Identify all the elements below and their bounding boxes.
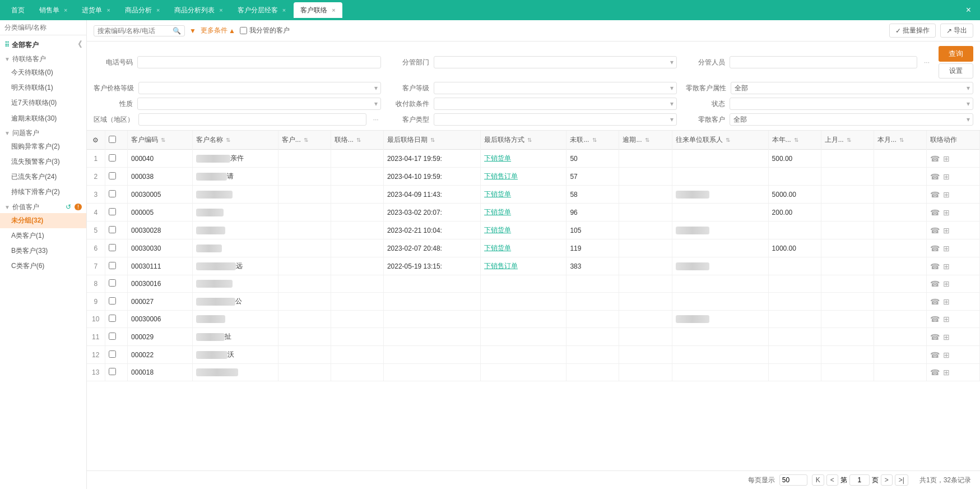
th-this-month[interactable]: 本月... ⇅ <box>874 131 926 150</box>
contact-method-link[interactable]: 下销售订单 <box>484 262 518 270</box>
sidebar-item-abnormal[interactable]: 囤购异常客户(2) <box>0 139 86 154</box>
more-conditions-button[interactable]: 更多条件 ▲ <box>201 26 235 35</box>
dept-select[interactable] <box>434 56 677 68</box>
th-this-year[interactable]: 本年... ⇅ <box>768 131 821 150</box>
more-action-icon[interactable]: ⊞ <box>943 315 950 324</box>
last-page-button[interactable]: >| <box>895 474 908 486</box>
sidebar-item-c-class[interactable]: C类客户(6) <box>0 259 86 274</box>
payment-select[interactable] <box>434 98 677 110</box>
sidebar-item-warning[interactable]: 流失预警客户(3) <box>0 154 86 169</box>
first-page-button[interactable]: K <box>812 474 824 486</box>
customer-type-select[interactable] <box>434 113 677 126</box>
more-action-icon[interactable]: ⊞ <box>943 262 950 271</box>
tab-goods-list[interactable]: 商品分析列表 × <box>168 2 229 18</box>
phone-action-icon[interactable]: ☎ <box>930 208 940 217</box>
th-last-contact-method[interactable]: 最后联络方式 ⇅ <box>481 131 566 150</box>
phone-action-icon[interactable]: ☎ <box>930 226 940 235</box>
nav-close-all[interactable]: × <box>962 5 976 15</box>
export-button[interactable]: ↗ 导出 <box>940 24 973 38</box>
phone-action-icon[interactable]: ☎ <box>930 190 940 199</box>
cell-last-contact-method[interactable] <box>481 364 566 381</box>
person-input[interactable] <box>730 56 917 68</box>
sidebar-item-lost[interactable]: 已流失客户(24) <box>0 169 86 184</box>
tab-purchase[interactable]: 进货单 × <box>75 2 117 18</box>
cell-check[interactable] <box>105 328 128 346</box>
th-settings[interactable]: ⚙ <box>87 131 105 150</box>
cell-last-contact-method[interactable]: 下销货单 <box>481 222 566 239</box>
phone-action-icon[interactable]: ☎ <box>930 172 940 181</box>
cell-check[interactable] <box>105 186 128 204</box>
cell-last-contact-method[interactable] <box>481 346 566 364</box>
cell-check[interactable] <box>105 364 128 381</box>
cell-last-contact-method[interactable]: 下销货单 <box>481 204 566 222</box>
contact-method-link[interactable]: 下销货单 <box>484 208 511 216</box>
more-action-icon[interactable]: ⊞ <box>943 190 950 199</box>
sidebar-item-b-class[interactable]: B类客户(33) <box>0 243 86 259</box>
sidebar-item-a-class[interactable]: A类客户(1) <box>0 228 86 243</box>
retail-attr-select[interactable]: 全部 <box>731 82 973 94</box>
row-checkbox[interactable] <box>109 350 116 358</box>
select-all-checkbox[interactable] <box>109 136 116 143</box>
phone-action-icon[interactable]: ☎ <box>930 350 940 359</box>
nature-select[interactable] <box>137 98 381 110</box>
cell-check[interactable] <box>105 293 128 311</box>
customer-level-select[interactable] <box>434 82 677 94</box>
close-sales-tab[interactable]: × <box>64 7 67 13</box>
phone-action-icon[interactable]: ☎ <box>930 262 940 271</box>
cell-check[interactable] <box>105 168 128 186</box>
th-check[interactable] <box>105 131 128 150</box>
th-overdue[interactable]: 逾期... ⇅ <box>619 131 672 150</box>
cell-check[interactable] <box>105 275 128 293</box>
group-problem-customers[interactable]: ▼ 问题客户 <box>0 126 86 139</box>
close-customer-layer-tab[interactable]: × <box>282 7 286 13</box>
phone-action-icon[interactable]: ☎ <box>930 333 940 342</box>
row-checkbox[interactable] <box>109 226 116 233</box>
cell-last-contact-method[interactable] <box>481 311 566 328</box>
close-purchase-tab[interactable]: × <box>106 7 110 13</box>
contact-method-link[interactable]: 下销售订单 <box>484 172 518 180</box>
sidebar-item-7days[interactable]: 近7天待联络(0) <box>0 95 86 110</box>
th-contact[interactable]: 联络... ⇅ <box>331 131 383 150</box>
sidebar-item-today[interactable]: 今天待联络(0) <box>0 65 86 80</box>
sidebar-search-input[interactable] <box>4 24 87 31</box>
row-checkbox[interactable] <box>109 333 116 340</box>
row-checkbox[interactable] <box>109 262 116 269</box>
cell-last-contact-method[interactable]: 下销货单 <box>481 186 566 204</box>
more-action-icon[interactable]: ⊞ <box>943 368 950 377</box>
collapse-icon[interactable]: 《 <box>74 40 82 50</box>
cell-last-contact-method[interactable]: 下销售订单 <box>481 257 566 275</box>
next-page-button[interactable]: > <box>881 474 893 486</box>
group-pending-contact[interactable]: ▼ 待联络客户 <box>0 52 86 65</box>
phone-action-icon[interactable]: ☎ <box>930 154 940 163</box>
tab-sales[interactable]: 销售单 × <box>32 2 74 18</box>
sidebar-item-tomorrow[interactable]: 明天待联络(1) <box>0 80 86 95</box>
row-checkbox[interactable] <box>109 279 116 287</box>
cell-check[interactable] <box>105 311 128 328</box>
tab-customer-contact[interactable]: 客户联络 × <box>294 2 342 18</box>
cell-last-contact-method[interactable]: 下销售订单 <box>481 168 566 186</box>
more-action-icon[interactable]: ⊞ <box>943 226 950 235</box>
close-goods-list-tab[interactable]: × <box>219 7 222 13</box>
cell-last-contact-method[interactable] <box>481 293 566 311</box>
more-action-icon[interactable]: ⊞ <box>943 350 950 359</box>
th-name[interactable]: 客户名称 ⇅ <box>192 131 278 150</box>
phone-action-icon[interactable]: ☎ <box>930 315 940 324</box>
reset-button[interactable]: 设置 <box>939 63 973 79</box>
phone-action-icon[interactable]: ☎ <box>930 368 940 377</box>
th-last-month[interactable]: 上月... ⇅ <box>821 131 874 150</box>
row-checkbox[interactable] <box>109 368 116 375</box>
cell-last-contact-method[interactable] <box>481 328 566 346</box>
close-goods-analysis-tab[interactable]: × <box>156 7 160 13</box>
tab-goods-analysis[interactable]: 商品分析 × <box>118 2 166 18</box>
th-last-contact-date[interactable]: 最后联络日期 ⇅ <box>383 131 480 150</box>
retail-customer-select[interactable]: 全部 <box>730 113 973 126</box>
phone-action-icon[interactable]: ☎ <box>930 279 940 288</box>
row-checkbox[interactable] <box>109 315 116 322</box>
region-input[interactable] <box>138 113 366 126</box>
page-size-input[interactable] <box>779 474 807 486</box>
my-customers-check[interactable] <box>240 27 247 34</box>
batch-operations-button[interactable]: ✓ 批量操作 <box>889 24 936 38</box>
region-more-icon[interactable]: ··· <box>371 116 381 123</box>
more-action-icon[interactable]: ⊞ <box>943 279 950 288</box>
table-container[interactable]: ⚙ 客户编码 ⇅ 客户名称 ⇅ 客户... ⇅ 联络... ⇅ 最后联络日期 ⇅… <box>87 131 980 470</box>
